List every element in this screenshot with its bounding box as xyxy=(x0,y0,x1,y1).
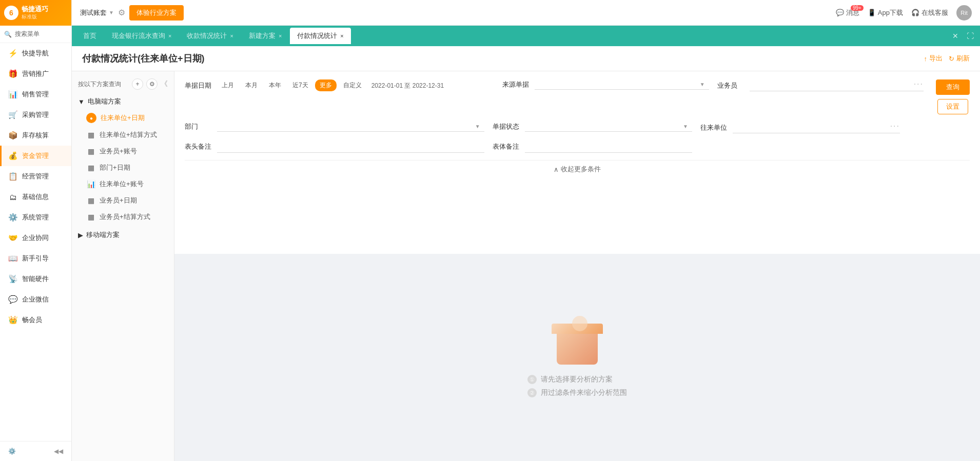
scheme-item-unit-account[interactable]: 📊 往来单位+账号 xyxy=(72,176,174,192)
scheme-group-mobile-title[interactable]: ▶ 移动端方案 xyxy=(72,227,174,243)
scheme-add-btn[interactable]: + xyxy=(132,78,143,90)
scheme-item-staff-date[interactable]: ▦ 业务员+日期 xyxy=(72,192,174,209)
scheme-group-pc-title[interactable]: ▼ 电脑端方案 xyxy=(72,94,174,109)
page-title: 付款情况统计(往来单位+日期) xyxy=(82,52,205,65)
query-button[interactable]: 查询 xyxy=(936,79,970,95)
filter-source: 来源单据 ▼ xyxy=(502,79,709,90)
sidebar-item-system[interactable]: ⚙️ 系统管理 xyxy=(0,207,71,228)
sidebar-item-label: 新手引导 xyxy=(22,254,49,263)
sidebar-item-hardware[interactable]: 📡 智能硬件 xyxy=(0,269,71,289)
sidebar-item-basic-info[interactable]: 🗂 基础信息 xyxy=(0,187,71,207)
tab-bank-flow-close[interactable]: × xyxy=(168,33,171,39)
sidebar-item-marketing[interactable]: 🎁 营销推广 xyxy=(0,64,71,84)
date-btn-last-month[interactable]: 上月 xyxy=(217,79,239,91)
sidebar-item-quick-nav[interactable]: ⚡ 快捷导航 xyxy=(0,43,71,64)
empty-hint-1: ① 请先选择要分析的方案 xyxy=(527,375,627,384)
sidebar: 6 畅捷通巧 标准版 🔍 搜索菜单 ⚡ 快捷导航 🎁 营销推广 📊 销售 xyxy=(0,0,72,461)
collapse-label: 收起更多条件 xyxy=(561,165,601,174)
scheme-item-dept-date[interactable]: ▦ 部门+日期 xyxy=(72,159,174,176)
setting-button[interactable]: 设置 xyxy=(937,99,968,114)
scheme-item-staff-account[interactable]: ▦ 业务员+账号 xyxy=(72,143,174,159)
sidebar-item-inventory[interactable]: 📦 库存核算 xyxy=(0,125,71,146)
refresh-button[interactable]: ↻ 刷新 xyxy=(949,54,970,63)
tab-income-stats-label: 收款情况统计 xyxy=(187,31,227,41)
sidebar-item-wechat[interactable]: 💬 企业微信 xyxy=(0,289,71,310)
scheme-item-staff-settle[interactable]: ▦ 业务员+结算方式 xyxy=(72,209,174,225)
tab-expand-icon[interactable]: ⛶ xyxy=(965,30,976,42)
scheme-item-unit-settle[interactable]: ▦ 往来单位+结算方式 xyxy=(72,127,174,143)
sidebar-item-sales[interactable]: 📊 销售管理 xyxy=(0,84,71,105)
date-btn-7days[interactable]: 近7天 xyxy=(288,79,313,91)
tab-close-all-icon[interactable]: ✕ xyxy=(950,30,961,42)
salesman-dots[interactable]: ··· xyxy=(914,79,924,89)
tab-bank-flow[interactable]: 现金银行流水查询 × xyxy=(105,28,179,44)
sidebar-item-label: 营销推广 xyxy=(22,69,49,78)
counterpart-dots[interactable]: ··· xyxy=(890,122,900,131)
tab-payment-stats-close[interactable]: × xyxy=(340,33,343,39)
service-action[interactable]: 🎧 在线客服 xyxy=(911,8,948,17)
date-btn-custom[interactable]: 自定义 xyxy=(339,79,366,91)
message-icon: 💬 xyxy=(836,9,844,16)
date-btn-this-year[interactable]: 本年 xyxy=(264,79,286,91)
scheme-item-label: 业务员+日期 xyxy=(100,196,137,205)
app-download-action[interactable]: 📱 App下载 xyxy=(868,8,903,17)
hint-text-2: 用过滤条件来缩小分析范围 xyxy=(541,388,627,397)
sidebar-item-member[interactable]: 👑 畅会员 xyxy=(0,310,71,330)
scheme-item-icon: ▦ xyxy=(86,163,95,172)
sidebar-item-enterprise[interactable]: 🤝 企业协同 xyxy=(0,228,71,248)
footer-collapse-btn[interactable]: ◀◀ xyxy=(50,446,67,457)
operations-icon: 📋 xyxy=(8,171,18,182)
app-label: App下载 xyxy=(878,8,903,17)
search-label: 搜索菜单 xyxy=(15,30,40,38)
collapse-conditions-btn[interactable]: ∧ 收起更多条件 xyxy=(185,160,970,178)
trial-button[interactable]: 体验行业方案 xyxy=(129,5,184,21)
scheme-item-icon: ▦ xyxy=(86,130,95,139)
scheme-group-label: 电脑端方案 xyxy=(88,97,121,106)
salesman-filter-label: 业务员 xyxy=(717,81,746,90)
scheme-settings-btn[interactable]: ⚙ xyxy=(146,78,158,90)
illustration-box xyxy=(557,329,598,365)
scheme-item-label: 业务员+账号 xyxy=(100,147,137,156)
filter-date: 单据日期 上月 本月 本年 近7天 更多 自定义 xyxy=(185,79,494,91)
quick-nav-icon: ⚡ xyxy=(8,48,18,58)
user-avatar[interactable]: Rit xyxy=(956,5,972,21)
date-filter-value: 上月 本月 本年 近7天 更多 自定义 2022-01-01 至 2022-12… xyxy=(217,79,494,91)
sidebar-item-finance[interactable]: 💰 资金管理 xyxy=(0,146,71,166)
sidebar-item-purchase[interactable]: 🛒 采购管理 xyxy=(0,105,71,125)
scheme-group-arrow: ▼ xyxy=(78,98,85,106)
sidebar-item-operations[interactable]: 📋 经营管理 xyxy=(0,166,71,187)
finance-icon: 💰 xyxy=(8,151,18,161)
message-action[interactable]: 💬 消息 99+ xyxy=(836,8,859,17)
doc-status-select[interactable]: ▼ xyxy=(525,122,692,132)
tab-new-scheme[interactable]: 新建方案 × xyxy=(242,28,289,44)
app-icon: 📱 xyxy=(868,9,876,16)
sidebar-item-guide[interactable]: 📖 新手引导 xyxy=(0,248,71,269)
scheme-panel: 按以下方案查询 + ⚙ 《 ▼ 电脑端方案 xyxy=(72,71,174,461)
tab-income-stats-close[interactable]: × xyxy=(230,33,233,39)
topbar-settings-icon[interactable]: ⚙ xyxy=(118,8,125,17)
search-menu[interactable]: 🔍 搜索菜单 xyxy=(0,26,71,43)
footer-settings-btn[interactable]: ⚙️ xyxy=(4,446,20,457)
wechat-icon: 💬 xyxy=(8,294,18,305)
body-note-input[interactable] xyxy=(525,141,692,153)
sidebar-item-label: 采购管理 xyxy=(22,110,49,119)
header-note-label: 表头备注 xyxy=(185,142,213,151)
tab-new-scheme-close[interactable]: × xyxy=(279,33,282,39)
date-btn-this-month[interactable]: 本月 xyxy=(241,79,262,91)
header-note-input[interactable] xyxy=(217,141,484,153)
export-button[interactable]: ↑ 导出 xyxy=(924,54,943,63)
filter-counterpart: 往来单位 ··· xyxy=(700,122,900,133)
company-selector[interactable]: 测试账套 ▼ xyxy=(80,8,114,17)
filter-row-2: 部门 ▼ 单据状态 ▼ xyxy=(185,122,970,133)
sidebar-item-label: 畅会员 xyxy=(22,315,42,325)
source-select[interactable]: ▼ xyxy=(535,79,709,90)
dept-select[interactable]: ▼ xyxy=(217,122,484,132)
tab-home[interactable]: 首页 xyxy=(76,28,104,44)
scheme-item-icon: ▦ xyxy=(86,196,95,205)
scheme-item-unit-date[interactable]: ● 往来单位+日期 xyxy=(72,109,174,127)
scheme-item-icon: 📊 xyxy=(86,179,95,189)
date-btn-more[interactable]: 更多 xyxy=(315,79,337,91)
scheme-collapse-btn[interactable]: 《 xyxy=(161,79,168,89)
tab-income-stats[interactable]: 收款情况统计 × xyxy=(180,28,240,44)
tab-payment-stats[interactable]: 付款情况统计 × xyxy=(290,28,350,44)
